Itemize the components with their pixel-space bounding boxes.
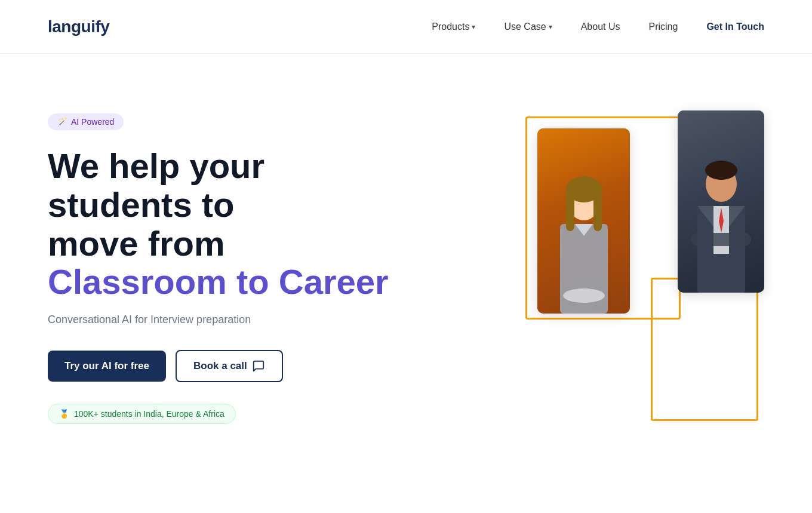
nav-label-about-us: About Us (581, 21, 620, 32)
woman-silhouette (548, 170, 620, 314)
hero-section: 🪄 AI Powered We help your students to mo… (0, 54, 812, 472)
chevron-down-icon: ▾ (472, 23, 475, 31)
chevron-down-icon: ▾ (549, 23, 552, 31)
nav-item-about-us[interactable]: About Us (581, 21, 620, 32)
nav-item-use-case[interactable]: Use Case ▾ (504, 21, 552, 32)
students-badge: 🥇 100K+ students in India, Europe & Afri… (48, 404, 236, 424)
hero-left: 🪄 AI Powered We help your students to mo… (48, 113, 406, 425)
photo-man (678, 110, 764, 293)
nav-item-get-in-touch[interactable]: Get In Touch (706, 21, 764, 32)
nav-label-get-in-touch: Get In Touch (706, 21, 764, 32)
photo-man-inner (678, 110, 764, 293)
svg-rect-14 (691, 233, 751, 246)
nav-label-pricing: Pricing (649, 21, 678, 32)
nav-item-products[interactable]: Products ▾ (432, 21, 475, 32)
nav-label-products: Products (432, 21, 469, 32)
svg-rect-3 (566, 189, 574, 231)
hero-title: We help your students to move from Class… (48, 147, 406, 302)
hero-buttons: Try our AI for free Book a call (48, 350, 406, 382)
photo-woman (537, 128, 630, 314)
chat-icon (252, 360, 265, 373)
svg-rect-4 (593, 189, 602, 231)
nav-links: Products ▾ Use Case ▾ About Us Pricing G… (432, 21, 764, 32)
students-badge-icon: 🥇 (59, 409, 69, 419)
hero-subtitle: Conversational AI for Interview preparat… (48, 314, 406, 326)
navbar: languify Products ▾ Use Case ▾ About Us … (0, 0, 812, 54)
hero-title-line2: move from (48, 224, 225, 263)
ai-badge: 🪄 AI Powered (48, 113, 124, 130)
hero-images (537, 110, 764, 427)
hero-title-highlight: Classroom to Career (48, 262, 389, 301)
try-ai-button[interactable]: Try our AI for free (48, 351, 166, 382)
photo-woman-inner (537, 128, 630, 314)
hero-title-line1: We help your students to (48, 146, 264, 224)
ai-badge-icon: 🪄 (57, 117, 67, 127)
book-call-button[interactable]: Book a call (176, 350, 283, 382)
svg-point-6 (563, 288, 605, 303)
ai-badge-text: AI Powered (71, 117, 114, 127)
logo[interactable]: languify (48, 17, 109, 36)
nav-item-pricing[interactable]: Pricing (649, 21, 678, 32)
nav-label-use-case: Use Case (504, 21, 546, 32)
students-badge-text: 100K+ students in India, Europe & Africa (74, 409, 224, 419)
yellow-border-bottom-right (651, 278, 758, 421)
book-call-label: Book a call (193, 360, 247, 372)
svg-point-13 (705, 161, 737, 180)
man-silhouette (688, 155, 754, 293)
